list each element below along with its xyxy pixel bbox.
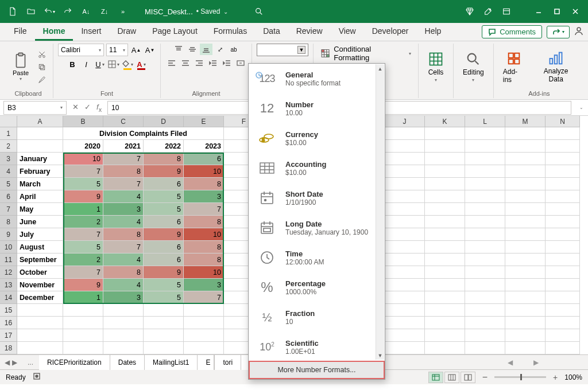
paste-button[interactable]: Paste ▾	[8, 52, 33, 81]
month-cell[interactable]: September	[17, 253, 63, 266]
close-icon[interactable]	[567, 3, 583, 20]
year-header[interactable]: 2020	[63, 140, 103, 153]
tab-developer[interactable]: Developer	[364, 23, 417, 41]
month-cell[interactable]: October	[17, 266, 63, 279]
sort-desc-icon[interactable]: Z↓	[96, 3, 113, 20]
addins-button[interactable]: Add-ins	[498, 48, 530, 86]
fx-icon[interactable]: fx	[96, 103, 102, 113]
analyze-data-button[interactable]: Analyze Data	[532, 48, 580, 85]
col-header-C[interactable]: C	[103, 116, 144, 127]
ribbon-mode-icon[interactable]	[498, 3, 514, 20]
tab-page-layout[interactable]: Page Layout	[144, 23, 206, 41]
data-cell[interactable]: 1	[63, 291, 103, 304]
formula-expand-icon[interactable]: ⌄	[575, 105, 588, 110]
maximize-icon[interactable]	[549, 3, 565, 20]
zoom-out-icon[interactable]: −	[482, 372, 488, 383]
scroll-down-icon[interactable]: ▼	[376, 351, 384, 360]
open-icon[interactable]	[23, 3, 39, 20]
font-size-select[interactable]: 11▾	[106, 44, 128, 56]
data-cell[interactable]: 10	[184, 165, 224, 178]
shrink-font-icon[interactable]: A▼	[144, 44, 156, 56]
data-cell[interactable]: 10	[63, 153, 103, 165]
fill-color-icon[interactable]	[122, 58, 133, 70]
tab-insert[interactable]: Insert	[73, 23, 109, 41]
font-name-select[interactable]: Calibri▾	[58, 44, 104, 56]
hscroll-right-icon[interactable]: ▶	[533, 358, 539, 366]
sheet-tab-tori[interactable]: tori	[214, 355, 241, 370]
number-format-short-date[interactable]: Short Date1/10/1900	[249, 183, 385, 213]
number-format-long-date[interactable]: Long DateTuesday, January 10, 1900	[249, 213, 385, 243]
autosum-brush-icon[interactable]	[480, 3, 496, 20]
number-format-time[interactable]: Time12:00:00 AM	[249, 243, 385, 272]
sheet-tab-riceprioritization[interactable]: RICEPrioritization	[39, 355, 110, 370]
month-cell[interactable]: April	[17, 190, 63, 203]
align-center-icon[interactable]	[179, 57, 192, 69]
align-bottom-icon[interactable]	[200, 44, 212, 55]
data-cell[interactable]: 3	[103, 203, 144, 216]
data-cell[interactable]: 7	[184, 291, 224, 304]
cut-icon[interactable]	[36, 49, 48, 60]
year-header[interactable]: 2023	[184, 140, 224, 153]
dropdown-scrollbar[interactable]: ▲ ▼	[376, 64, 384, 360]
col-header-K[interactable]: K	[425, 116, 465, 127]
data-cell[interactable]: 9	[144, 228, 184, 241]
sheet-tab-mailinglist1[interactable]: MailingList1	[145, 355, 198, 370]
data-cell[interactable]: 8	[184, 253, 224, 266]
data-cell[interactable]: 3	[184, 279, 224, 291]
data-cell[interactable]: 10	[184, 228, 224, 241]
align-middle-icon[interactable]	[186, 44, 199, 55]
comments-button[interactable]: Comments	[482, 25, 542, 38]
underline-icon[interactable]: U	[94, 58, 106, 70]
qat-more-icon[interactable]: »	[115, 3, 131, 20]
col-header-E[interactable]: E	[184, 116, 224, 127]
data-cell[interactable]: 7	[63, 228, 103, 241]
data-cell[interactable]: 7	[63, 165, 103, 178]
merge-icon[interactable]	[234, 57, 247, 69]
new-file-icon[interactable]	[5, 3, 21, 20]
normal-view-icon[interactable]	[428, 372, 443, 383]
data-cell[interactable]: 9	[144, 165, 184, 178]
number-format-percentage[interactable]: %Percentage1000.00%	[249, 272, 385, 302]
sheet-tab-e[interactable]: E	[198, 355, 214, 370]
data-cell[interactable]: 6	[184, 153, 224, 165]
border-icon[interactable]	[108, 58, 119, 70]
redo-icon[interactable]	[60, 3, 76, 20]
data-cell[interactable]: 1	[63, 203, 103, 216]
zoom-slider[interactable]	[494, 376, 546, 378]
tab-formulas[interactable]: Formulas	[206, 23, 255, 41]
tab-draw[interactable]: Draw	[109, 23, 144, 41]
user-icon[interactable]	[574, 26, 583, 37]
share-button[interactable]: ▾	[547, 26, 570, 38]
italic-icon[interactable]: I	[80, 58, 92, 70]
search-icon[interactable]	[251, 3, 267, 20]
align-right-icon[interactable]	[193, 57, 206, 69]
sheet-nav-next-icon[interactable]: ▶	[12, 358, 17, 366]
sort-asc-icon[interactable]: A↓	[78, 3, 94, 20]
page-break-view-icon[interactable]	[461, 372, 475, 383]
undo-icon[interactable]: ▾	[41, 3, 57, 20]
page-layout-view-icon[interactable]	[444, 372, 459, 383]
sheet-tab-dates[interactable]: Dates	[110, 355, 145, 370]
col-header-M[interactable]: M	[505, 116, 546, 127]
number-format-general[interactable]: 123GeneralNo specific format	[249, 64, 385, 93]
month-cell[interactable]: February	[17, 165, 63, 178]
enter-formula-icon[interactable]: ✓	[84, 103, 91, 113]
minimize-icon[interactable]	[531, 3, 547, 20]
data-cell[interactable]: 8	[184, 216, 224, 228]
data-cell[interactable]: 9	[63, 190, 103, 203]
tab-help[interactable]: Help	[417, 23, 450, 41]
grow-font-icon[interactable]: A▲	[130, 44, 142, 56]
data-cell[interactable]: 4	[103, 216, 144, 228]
month-cell[interactable]: August	[17, 241, 63, 253]
data-cell[interactable]: 4	[103, 253, 144, 266]
orientation-icon[interactable]: ⤢	[214, 44, 226, 55]
data-cell[interactable]: 8	[103, 228, 144, 241]
month-cell[interactable]: June	[17, 216, 63, 228]
number-format-fraction[interactable]: ½Fraction10	[249, 302, 385, 332]
data-cell[interactable]: 7	[63, 266, 103, 279]
data-cell[interactable]: 8	[144, 153, 184, 165]
data-cell[interactable]: 7	[103, 178, 144, 190]
chevron-down-icon[interactable]: ▼	[297, 46, 305, 54]
data-cell[interactable]: 7	[184, 203, 224, 216]
hscroll-left-icon[interactable]: ◀	[508, 358, 513, 366]
